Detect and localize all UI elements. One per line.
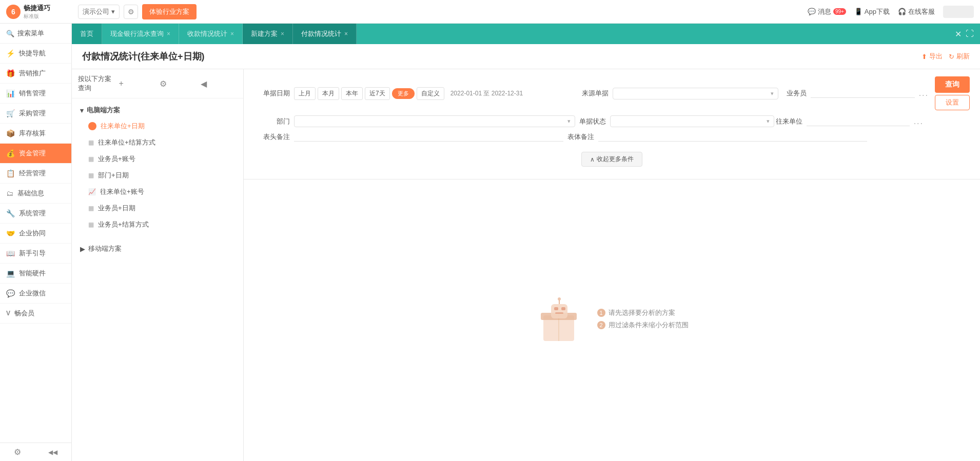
scheme-settings-button[interactable]: ⚙: [160, 79, 197, 89]
pc-group-title[interactable]: ▾ 电脑端方案: [72, 103, 243, 118]
related-unit-input[interactable]: [807, 117, 910, 125]
sidebar-item-member-label: 畅会员: [14, 309, 34, 318]
svg-rect-6: [555, 312, 563, 314]
scheme-staff-date[interactable]: ▦ 业务员+日期: [72, 200, 243, 216]
filter-row-1: 单据日期 上月 本月 本年 近7天 更多 自定义 2022-01-01 至 20…: [254, 76, 970, 110]
sidebar-item-operation-label: 经营管理: [19, 169, 46, 178]
sidebar-settings-button[interactable]: ⚙: [14, 447, 21, 457]
panel-collapse-button[interactable]: ◀: [201, 79, 238, 89]
sidebar-item-operation[interactable]: 📋 经营管理: [0, 164, 71, 184]
online-service-button[interactable]: 🎧 在线客服: [898, 7, 935, 16]
body-remark-cell: [598, 132, 868, 142]
scheme-unit-settlement-icon: ▦: [88, 139, 94, 146]
add-scheme-button[interactable]: +: [119, 79, 156, 88]
date-btn-custom[interactable]: 自定义: [417, 87, 444, 100]
header-center: 演示公司 ▾ ⚙ 体验行业方案: [78, 4, 808, 19]
date-label: 单据日期: [254, 89, 290, 98]
staff-input-wrap: [811, 89, 915, 98]
empty-svg: [536, 295, 587, 346]
filter-settings-button[interactable]: 设置: [935, 95, 970, 110]
sidebar-item-member[interactable]: V 畅会员: [0, 304, 71, 324]
search-menu-button[interactable]: 🔍 搜索菜单: [0, 24, 71, 44]
sidebar-collapse-button[interactable]: ◀◀: [48, 449, 57, 456]
sidebar-item-enterprise[interactable]: 🤝 企业协同: [0, 224, 71, 244]
scheme-unit-settlement[interactable]: ▦ 往来单位+结算方式: [72, 134, 243, 151]
logo-icon: 6: [6, 5, 21, 19]
scheme-unit-date[interactable]: 往来单位+日期: [72, 118, 243, 134]
empty-text: 1 请先选择要分析的方案 2 用过滤条件来缩小分析范围: [597, 308, 689, 333]
staff-input[interactable]: [811, 89, 915, 96]
svg-rect-4: [554, 307, 558, 310]
source-select[interactable]: ▾: [613, 88, 778, 99]
voucher-status-select[interactable]: ▾: [610, 115, 774, 127]
sidebar-item-marketing[interactable]: 🎁 营销推广: [0, 64, 71, 84]
enterprise-icon: 🤝: [6, 229, 15, 237]
sidebar-item-inventory[interactable]: 📦 库存核算: [0, 124, 71, 144]
user-avatar[interactable]: [943, 6, 974, 18]
tab-receipt-stats-close[interactable]: ×: [230, 30, 234, 37]
tab-bank-flow-close[interactable]: ×: [167, 30, 170, 37]
system-icon: 🔧: [6, 209, 15, 217]
trial-button[interactable]: 体验行业方案: [142, 4, 197, 19]
date-btn-more[interactable]: 更多: [392, 88, 415, 99]
body-remark-input[interactable]: [598, 132, 868, 140]
staff-dots[interactable]: ...: [919, 89, 929, 98]
sidebar-item-system[interactable]: 🔧 系统管理: [0, 204, 71, 224]
tab-home[interactable]: 首页: [72, 24, 102, 44]
tab-spacer: [357, 24, 949, 44]
pc-group-chevron: ▾: [80, 107, 84, 114]
query-button[interactable]: 查询: [935, 76, 970, 93]
sidebar-item-basic-info[interactable]: 🗂 基础信息: [0, 184, 71, 204]
scheme-unit-date-icon: [88, 122, 96, 130]
dept-chevron-icon: ▾: [567, 118, 571, 125]
settings-button[interactable]: ⚙: [124, 5, 138, 19]
tab-payment-stats-close[interactable]: ×: [344, 30, 348, 37]
mobile-group-chevron: ▶: [80, 245, 85, 253]
messages-button[interactable]: 💬 消息 99+: [808, 7, 846, 16]
scheme-staff-account[interactable]: ▦ 业务员+账号: [72, 151, 243, 167]
scheme-dept-date[interactable]: ▦ 部门+日期: [72, 167, 243, 184]
scheme-unit-date-label: 往来单位+日期: [101, 122, 145, 131]
tab-receipt-stats[interactable]: 收款情况统计 ×: [179, 24, 243, 44]
company-chevron-icon: ▾: [111, 8, 115, 15]
sidebar-item-weixin[interactable]: 💬 企业微信: [0, 284, 71, 304]
tab-close-all-icon[interactable]: ✕: [955, 29, 962, 39]
scheme-staff-settlement[interactable]: ▦ 业务员+结算方式: [72, 216, 243, 233]
basic-info-icon: 🗂: [6, 189, 13, 197]
sidebar-item-hardware[interactable]: 💻 智能硬件: [0, 264, 71, 284]
staff-label: 业务员: [778, 89, 807, 98]
tab-new-scheme-close[interactable]: ×: [281, 30, 284, 37]
tab-receipt-stats-label: 收款情况统计: [187, 29, 227, 38]
tab-bank-flow[interactable]: 现金银行流水查询 ×: [102, 24, 179, 44]
sidebar-item-quick-nav-label: 快捷导航: [19, 49, 46, 58]
dept-select[interactable]: ▾: [294, 115, 575, 127]
sidebar-item-sales[interactable]: 📊 销售管理: [0, 84, 71, 104]
scheme-unit-account[interactable]: 📈 往来单位+账号: [72, 184, 243, 200]
export-button[interactable]: ⬆ 导出: [922, 52, 943, 61]
tab-bank-flow-label: 现金银行流水查询: [110, 29, 164, 38]
company-name: 演示公司: [83, 7, 109, 16]
sidebar-item-purchase[interactable]: 🛒 采购管理: [0, 104, 71, 124]
sidebar-item-guide[interactable]: 📖 新手引导: [0, 244, 71, 264]
date-btn-last-month[interactable]: 上月: [294, 87, 316, 100]
empty-num-1: 1: [597, 309, 605, 317]
date-btn-this-year[interactable]: 本年: [341, 87, 363, 100]
refresh-button[interactable]: ↻ 刷新: [949, 52, 970, 61]
company-selector[interactable]: 演示公司 ▾: [78, 5, 120, 19]
right-panel: 单据日期 上月 本月 本年 近7天 更多 自定义 2022-01-01 至 20…: [244, 69, 980, 461]
sidebar-bottom: ⚙ ◀◀: [0, 443, 71, 461]
header-remark-label: 表头备注: [254, 132, 290, 142]
tab-payment-stats[interactable]: 付款情况统计 ×: [293, 24, 357, 44]
related-unit-dots[interactable]: ...: [914, 117, 924, 126]
sidebar-item-quick-nav[interactable]: ⚡ 快捷导航: [0, 44, 71, 64]
mobile-group-title[interactable]: ▶ 移动端方案: [72, 241, 243, 256]
app-download-button[interactable]: 📱 App下载: [854, 7, 890, 16]
tab-expand-icon[interactable]: ⛶: [966, 29, 974, 38]
date-btn-7days[interactable]: 近7天: [365, 87, 390, 100]
collapse-more-button[interactable]: ∧ 收起更多条件: [581, 152, 642, 167]
tab-new-scheme[interactable]: 新建方案 ×: [243, 24, 293, 44]
date-btn-this-month[interactable]: 本月: [318, 87, 339, 100]
sidebar-item-capital[interactable]: 💰 资金管理: [0, 144, 71, 164]
logo-sub: 标准版: [24, 13, 50, 20]
header-remark-input[interactable]: [294, 132, 563, 140]
